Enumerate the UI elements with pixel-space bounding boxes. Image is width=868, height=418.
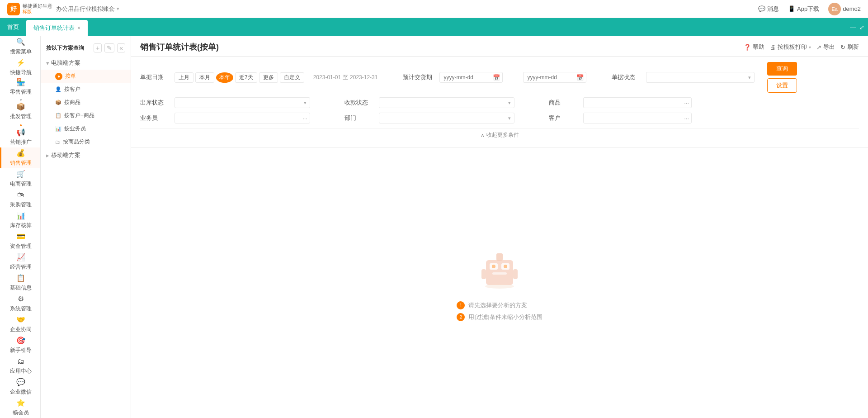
tab-close-icon[interactable]: × bbox=[77, 25, 80, 31]
breadcrumb-arrow-icon: ▾ bbox=[117, 6, 119, 12]
shipment-status-select[interactable] bbox=[175, 97, 310, 108]
sidebar-item-guide[interactable]: 🎯 新手引导 bbox=[0, 335, 40, 356]
sidebar-item-app-center[interactable]: 🗂 应用中心 bbox=[0, 356, 40, 376]
sidebar: 🔍 搜索菜单 ⚡ 快捷导航 🏪 零售管理 ▾ 📦 批发管理 ▴ 📢 营销推广 💰… bbox=[0, 36, 41, 418]
app-download-button[interactable]: 📱 App下载 bbox=[788, 5, 819, 13]
purchase-icon: 🛍 bbox=[17, 191, 24, 199]
query-button[interactable]: 查询 bbox=[767, 62, 797, 76]
add-scheme-icon[interactable]: + bbox=[94, 43, 102, 52]
salesperson-input-wrapper: ··· bbox=[175, 113, 310, 124]
goods-input[interactable] bbox=[583, 97, 692, 108]
sidebar-item-sales[interactable]: 💰 销售管理 bbox=[0, 147, 40, 168]
scheme-by-customer-goods[interactable]: 📋 按客户+商品 bbox=[41, 109, 131, 122]
nav-tabs: 首页 销售订单统计表 × — ⤢ bbox=[0, 18, 868, 36]
sidebar-item-search-menu[interactable]: 🔍 搜索菜单 bbox=[0, 36, 40, 57]
status-select[interactable] bbox=[646, 72, 755, 83]
sidebar-item-retail[interactable]: 🏪 零售管理 ▾ bbox=[0, 78, 40, 102]
scheme-by-order[interactable]: ● 按单 bbox=[41, 70, 131, 83]
scheme-by-order-icon: ● bbox=[55, 73, 62, 80]
date-btn-custom[interactable]: 自定义 bbox=[280, 72, 304, 83]
breadcrumb[interactable]: 办公用品行业模拟账套 ▾ bbox=[56, 5, 119, 13]
sidebar-item-inventory[interactable]: 📊 库存核算 bbox=[0, 210, 40, 231]
delivery-date-end-wrapper: 📅 bbox=[523, 72, 586, 83]
scheme-by-salesperson[interactable]: 📊 按业务员 bbox=[41, 122, 131, 135]
user-profile[interactable]: Ea demo2 bbox=[828, 3, 861, 15]
payment-status-wrapper bbox=[379, 97, 514, 108]
collapse-filter-button[interactable]: ∧ 收起更多条件 bbox=[481, 128, 519, 142]
left-panel-title: 按以下方案查询 bbox=[46, 44, 84, 52]
expand-icon[interactable]: ⤢ bbox=[859, 24, 864, 31]
marketing-icon: 📢 bbox=[16, 128, 25, 137]
empty-state-illustration bbox=[472, 244, 527, 294]
sidebar-item-quick-nav[interactable]: ⚡ 快捷导航 bbox=[0, 57, 40, 78]
customer-more-icon: ··· bbox=[684, 115, 689, 122]
pc-section-header[interactable]: ▾ 电脑端方案 bbox=[41, 56, 131, 70]
empty-step-2: 2 用[过滤]条件来缩小分析范围 bbox=[457, 313, 542, 321]
sidebar-item-enterprise[interactable]: 🤝 企业协同 bbox=[0, 314, 40, 335]
avatar: Ea bbox=[828, 3, 841, 15]
filter-row-2: 出库状态 收款状态 商品 ··· bbox=[140, 97, 859, 108]
svg-rect-6 bbox=[496, 253, 503, 261]
collapse-arrow-icon: ∧ bbox=[481, 132, 485, 138]
refresh-button[interactable]: ↻ 刷新 bbox=[840, 43, 859, 51]
date-btn-last-7days[interactable]: 近7天 bbox=[235, 72, 257, 83]
collapse-panel-icon[interactable]: « bbox=[117, 43, 125, 52]
left-panel-header: 按以下方案查询 + ✎ « bbox=[41, 40, 131, 56]
wechat-icon: 💬 bbox=[16, 378, 25, 386]
mobile-section-arrow: ▸ bbox=[46, 152, 49, 159]
payment-status-label: 收款状态 bbox=[344, 99, 372, 107]
sidebar-item-system[interactable]: ⚙ 系统管理 bbox=[0, 293, 40, 314]
print-button[interactable]: 🖨 按模板打印 ▾ bbox=[770, 43, 811, 51]
export-icon: ↗ bbox=[816, 44, 821, 51]
sidebar-item-purchase[interactable]: 🛍 采购管理 bbox=[0, 189, 40, 210]
sales-icon: 💰 bbox=[16, 149, 25, 157]
logo-text: 畅捷通好生意 标版 bbox=[23, 3, 52, 14]
member-icon: ⭐ bbox=[16, 399, 25, 407]
scheme-by-customer-goods-label: 按客户+商品 bbox=[64, 112, 94, 119]
salesperson-input[interactable] bbox=[175, 113, 310, 124]
right-content: 销售订单统计表(按单) ❓ 帮助 🖨 按模板打印 ▾ ↗ 导出 bbox=[131, 36, 868, 418]
data-area: 1 请先选择要分析的方案 2 用[过滤]条件来缩小分析范围 bbox=[131, 147, 868, 418]
sidebar-item-marketing[interactable]: 📢 营销推广 bbox=[0, 127, 40, 147]
payment-status-select[interactable] bbox=[379, 97, 514, 108]
department-select[interactable] bbox=[379, 113, 514, 124]
sidebar-item-member[interactable]: ⭐ 畅会员 bbox=[0, 397, 40, 418]
delivery-date-label: 预计交货期 bbox=[403, 73, 432, 81]
settings-button[interactable]: 设置 bbox=[767, 78, 797, 93]
scheme-by-goods-cat[interactable]: 🗂 按商品分类 bbox=[41, 135, 131, 148]
mobile-section-header[interactable]: ▸ 移动端方案 bbox=[41, 148, 131, 162]
operation-icon: 📈 bbox=[16, 253, 25, 261]
date-btn-this-year[interactable]: 本年 bbox=[216, 72, 233, 83]
export-button[interactable]: ↗ 导出 bbox=[816, 43, 835, 51]
sidebar-item-basic[interactable]: 📋 基础信息 bbox=[0, 272, 40, 293]
help-button[interactable]: ❓ 帮助 bbox=[744, 43, 764, 51]
svg-rect-5 bbox=[492, 272, 507, 275]
date-btn-this-month[interactable]: 本月 bbox=[195, 72, 214, 83]
sidebar-item-wholesale[interactable]: 📦 批发管理 ▴ bbox=[0, 102, 40, 127]
sidebar-item-wechat[interactable]: 💬 企业微信 bbox=[0, 376, 40, 397]
date-btn-last-month[interactable]: 上月 bbox=[175, 72, 193, 83]
sidebar-item-operation[interactable]: 📈 经营管理 bbox=[0, 252, 40, 272]
edit-scheme-icon[interactable]: ✎ bbox=[104, 43, 114, 52]
download-icon: 📱 bbox=[788, 5, 795, 12]
tab-home[interactable]: 首页 bbox=[0, 18, 26, 36]
sidebar-item-ecom[interactable]: 🛒 电商管理 bbox=[0, 168, 40, 189]
left-panel: 按以下方案查询 + ✎ « ▾ 电脑端方案 ● 按单 👤 按客户 bbox=[41, 36, 131, 418]
tab-sales-order-stat[interactable]: 销售订单统计表 × bbox=[26, 20, 88, 36]
print-icon: 🖨 bbox=[770, 44, 776, 51]
scheme-by-customer[interactable]: 👤 按客户 bbox=[41, 83, 131, 96]
help-icon: ❓ bbox=[744, 44, 751, 51]
svg-rect-7 bbox=[481, 269, 486, 279]
sidebar-item-finance[interactable]: 💳 资金管理 bbox=[0, 231, 40, 252]
status-label: 单据状态 bbox=[612, 73, 639, 81]
minimize-icon[interactable]: — bbox=[850, 24, 856, 31]
date-btn-more[interactable]: 更多 bbox=[259, 72, 278, 83]
scheme-by-customer-icon: 👤 bbox=[55, 86, 61, 92]
message-button[interactable]: 💬 消息 bbox=[758, 5, 779, 13]
filter-row-3: 业务员 ··· 部门 客户 ··· bbox=[140, 113, 859, 124]
page-title: 销售订单统计表(按单) bbox=[140, 42, 219, 52]
customer-input[interactable] bbox=[583, 113, 692, 124]
scheme-by-goods[interactable]: 📦 按商品 bbox=[41, 96, 131, 109]
content-area: 按以下方案查询 + ✎ « ▾ 电脑端方案 ● 按单 👤 按客户 bbox=[41, 36, 868, 418]
main-layout: 🔍 搜索菜单 ⚡ 快捷导航 🏪 零售管理 ▾ 📦 批发管理 ▴ 📢 营销推广 💰… bbox=[0, 36, 868, 418]
